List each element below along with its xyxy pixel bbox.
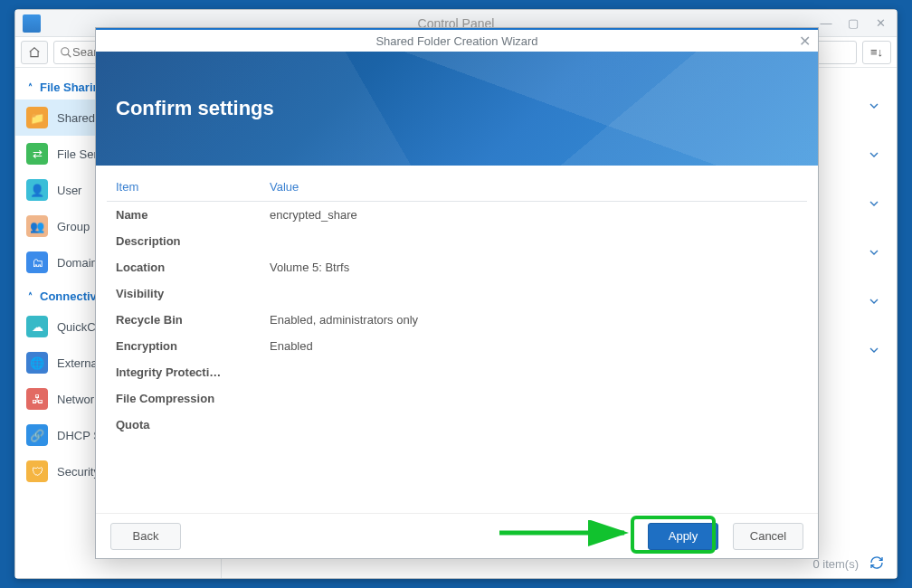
search-icon — [60, 46, 72, 59]
apply-button[interactable]: Apply — [648, 523, 718, 550]
transfer-icon: ⇄ — [26, 143, 48, 165]
svg-point-0 — [62, 47, 69, 54]
close-window-button[interactable]: ✕ — [869, 14, 891, 33]
expand-row-4[interactable] — [858, 234, 890, 270]
content-footer: 0 item(s) — [812, 555, 884, 573]
refresh-icon — [869, 555, 884, 570]
svg-line-1 — [68, 53, 71, 57]
app-icon — [23, 14, 41, 33]
chevron-down-icon — [867, 343, 881, 357]
home-icon — [28, 46, 41, 59]
user-icon: 👤 — [26, 179, 48, 201]
chevron-up-icon: ˄ — [28, 82, 33, 92]
sort-icon: ≡↓ — [870, 45, 883, 59]
table-row: Description — [107, 228, 807, 254]
chevron-down-icon — [867, 99, 881, 113]
modal-title: Shared Folder Creation Wizard — [375, 34, 537, 48]
table-row: Quota — [107, 412, 807, 438]
expand-row-6[interactable] — [858, 332, 890, 368]
back-button[interactable]: Back — [110, 523, 181, 550]
cloud-icon: ☁ — [26, 316, 48, 337]
modal-heading: Confirm settings — [116, 97, 274, 120]
modal-close-button[interactable]: ✕ — [799, 33, 811, 50]
maximize-button[interactable]: ▢ — [842, 14, 864, 33]
modal-titlebar: Shared Folder Creation Wizard ✕ — [96, 28, 818, 52]
chevron-down-icon — [867, 245, 881, 260]
table-row: Integrity Protecti… — [107, 359, 807, 385]
ip-icon: 🔗 — [26, 424, 48, 446]
accordion-strip — [851, 68, 897, 578]
globe-icon: 🌐 — [26, 352, 48, 374]
expand-row-3[interactable] — [858, 185, 890, 222]
settings-table: Item Value Nameencrypted_share Descripti… — [107, 173, 807, 438]
folder-icon: 📁 — [26, 107, 48, 128]
chevron-up-icon: ˄ — [28, 291, 33, 301]
chevron-down-icon — [867, 147, 881, 162]
chevron-down-icon — [867, 294, 881, 308]
table-row: Nameencrypted_share — [107, 202, 807, 229]
refresh-button[interactable] — [869, 555, 884, 573]
table-row: Recycle BinEnabled, administrators only — [107, 307, 807, 333]
wizard-modal: Shared Folder Creation Wizard ✕ Confirm … — [95, 27, 819, 559]
table-row: EncryptionEnabled — [107, 333, 807, 359]
expand-row-2[interactable] — [858, 137, 890, 173]
table-row: File Compression — [107, 385, 807, 412]
item-count: 0 item(s) — [812, 557, 859, 571]
sort-button[interactable]: ≡↓ — [862, 41, 891, 64]
table-row: Visibility — [107, 280, 807, 307]
modal-hero: Confirm settings — [96, 52, 818, 166]
modal-footer: Back Apply Cancel — [96, 513, 818, 558]
chevron-down-icon — [867, 196, 881, 211]
expand-row-5[interactable] — [858, 283, 890, 319]
home-button[interactable] — [21, 41, 48, 64]
shield-icon: 🛡 — [26, 460, 48, 482]
directory-icon: 🗂 — [26, 251, 48, 273]
cancel-button[interactable]: Cancel — [733, 523, 803, 550]
group-icon: 👥 — [26, 215, 48, 237]
table-row: LocationVolume 5: Btrfs — [107, 254, 807, 280]
expand-row-1[interactable] — [858, 88, 890, 124]
col-value: Value — [261, 173, 807, 202]
col-item: Item — [107, 173, 261, 202]
network-icon: 🖧 — [26, 388, 48, 410]
modal-body: Item Value Nameencrypted_share Descripti… — [96, 166, 818, 513]
